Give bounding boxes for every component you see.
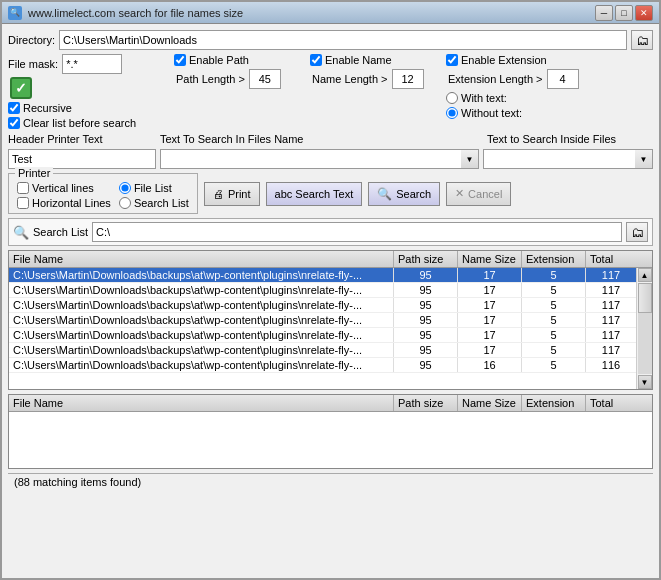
minimize-button[interactable]: ─ [595,5,613,21]
header-printer-input[interactable] [8,149,156,169]
text-search-inside-dropdown[interactable]: ▼ [635,149,653,169]
td-ext: 5 [522,268,586,282]
with-text-row: With text: [446,92,653,104]
bottom-table: File Name Path size Name Size Extension … [8,394,653,469]
enable-path-checkbox[interactable] [174,54,186,66]
with-text-radio[interactable] [446,92,458,104]
header-printer-col-label: Header Printer Text [8,133,103,145]
cancel-icon: ✕ [455,187,464,200]
bottom-th-total: Total [586,395,636,411]
table-row[interactable]: C:\Users\Martin\Downloads\backups\at\wp-… [9,343,636,358]
search-icon: 🔍 [377,187,392,201]
search-list-path-input[interactable] [92,222,622,242]
scroll-down-button[interactable]: ▼ [638,375,652,389]
name-length-label: Name Length > [312,73,388,85]
table-row[interactable]: C:\Users\Martin\Downloads\backups\at\wp-… [9,283,636,298]
td-namesize: 16 [458,358,522,372]
text-search-files-input[interactable] [160,149,461,169]
close-button[interactable]: ✕ [635,5,653,21]
app-icon: 🔍 [8,6,22,20]
table-row[interactable]: C:\Users\Martin\Downloads\backups\at\wp-… [9,298,636,313]
td-namesize: 17 [458,283,522,297]
search-label: Search [396,188,431,200]
print-button[interactable]: 🖨 Print [204,182,260,206]
recursive-label: Recursive [23,102,72,114]
title-bar: 🔍 www.limelect.com search for file names… [2,2,659,24]
horizontal-lines-row: Horizontal Lines [17,197,111,209]
name-length-input[interactable] [392,69,424,89]
maximize-button[interactable]: □ [615,5,633,21]
without-text-label: Without text: [461,107,522,119]
td-total: 117 [586,298,636,312]
without-text-radio[interactable] [446,107,458,119]
enable-name-label: Enable Name [325,54,392,66]
scroll-thumb[interactable] [638,283,652,313]
enable-name-checkbox[interactable] [310,54,322,66]
td-pathsize: 95 [394,328,458,342]
file-list-radio[interactable] [119,182,131,194]
ext-length-row: Extension Length > [446,69,653,89]
table-body[interactable]: C:\Users\Martin\Downloads\backups\at\wp-… [9,268,636,389]
options-row: File mask: ✓ Recursive Clear list before… [8,54,653,129]
filemask-input[interactable] [62,54,122,74]
search-list-radio[interactable] [119,197,131,209]
recursive-row: Recursive [8,102,168,114]
td-namesize: 17 [458,328,522,342]
printer-section: Printer Vertical lines Horizontal Lines [8,173,198,214]
search-list-browse-button[interactable]: 🗂 [626,222,648,242]
printer-buttons-row: Printer Vertical lines Horizontal Lines [8,173,653,214]
horizontal-lines-label: Horizontal Lines [32,197,111,209]
printer-checkboxes: Vertical lines Horizontal Lines [17,182,111,209]
search-list-radio-label: Search List [134,197,189,209]
path-length-input[interactable] [249,69,281,89]
print-label: Print [228,188,251,200]
vertical-lines-row: Vertical lines [17,182,111,194]
horizontal-lines-checkbox[interactable] [17,197,29,209]
bottom-table-body [9,412,652,468]
printer-section-title: Printer [15,167,53,179]
search-inputs-row: ▼ ▼ [8,149,653,169]
td-namesize: 17 [458,343,522,357]
td-ext: 5 [522,328,586,342]
table-row[interactable]: C:\Users\Martin\Downloads\backups\at\wp-… [9,358,636,373]
main-window: 🔍 www.limelect.com search for file names… [0,0,661,580]
scroll-up-button[interactable]: ▲ [638,268,652,282]
checkmark-icon: ✓ [10,77,32,99]
recursive-checkbox[interactable] [8,102,20,114]
title-bar-left: 🔍 www.limelect.com search for file names… [8,6,243,20]
results-scrollbar[interactable]: ▲ ▼ [636,268,652,389]
directory-row: Directory: 🗂 [8,30,653,50]
th-pathsize: Path size [394,251,458,267]
path-length-label: Path Length > [176,73,245,85]
search-button[interactable]: 🔍 Search [368,182,440,206]
clear-list-checkbox[interactable] [8,117,20,129]
directory-browse-button[interactable]: 🗂 [631,30,653,50]
results-table: File Name Path size Name Size Extension … [8,250,653,390]
search-list-bar: 🔍 Search List 🗂 [8,218,653,246]
td-total: 117 [586,283,636,297]
text-search-files-dropdown[interactable]: ▼ [461,149,479,169]
table-row[interactable]: C:\Users\Martin\Downloads\backups\at\wp-… [9,313,636,328]
without-text-row: Without text: [446,107,653,119]
enable-name-group: Enable Name Name Length > [310,54,440,89]
name-length-row: Name Length > [310,69,440,89]
table-row[interactable]: C:\Users\Martin\Downloads\backups\at\wp-… [9,268,636,283]
path-length-row: Path Length > [174,69,304,89]
ext-length-input[interactable] [547,69,579,89]
enable-ext-group: Enable Extension Extension Length > With… [446,54,653,119]
filemask-row: File mask: [8,54,168,74]
clear-list-row: Clear list before search [8,117,168,129]
td-ext: 5 [522,313,586,327]
printer-options-row: Vertical lines Horizontal Lines File Lis… [17,182,189,209]
text-search-inside-col-label: Text to Search Inside Files [487,133,616,145]
printer-radios: File List Search List [119,182,189,209]
directory-input[interactable] [59,30,627,50]
search-text-button[interactable]: abc Search Text [266,182,363,206]
search-field-headers: Header Printer Text Text To Search In Fi… [8,133,653,145]
cancel-button[interactable]: ✕ Cancel [446,182,511,206]
table-row[interactable]: C:\Users\Martin\Downloads\backups\at\wp-… [9,328,636,343]
enable-ext-checkbox[interactable] [446,54,458,66]
text-search-inside-input[interactable] [483,149,635,169]
bottom-table-header: File Name Path size Name Size Extension … [9,395,652,412]
vertical-lines-checkbox[interactable] [17,182,29,194]
